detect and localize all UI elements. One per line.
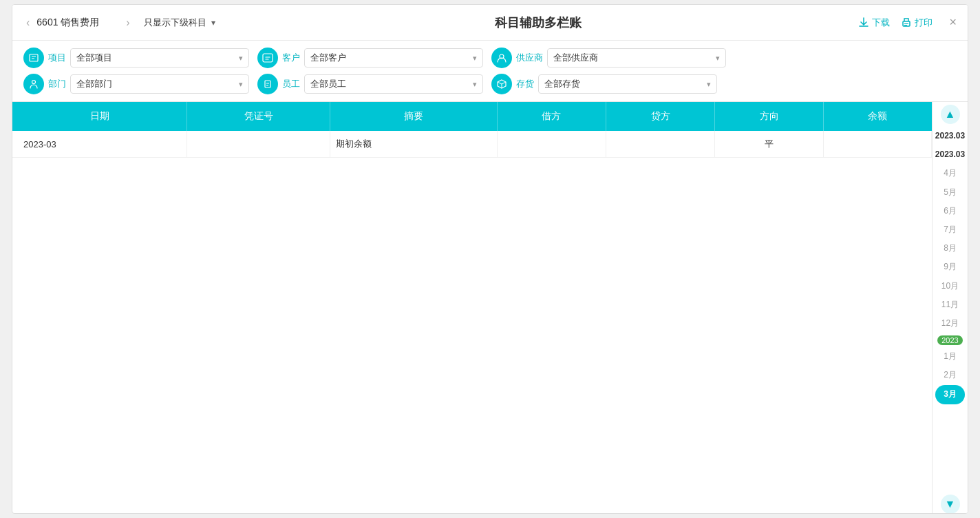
timeline-item-2023-03-top2[interactable]: 2023.03 — [933, 145, 968, 164]
year-badge-2023: 2023 — [937, 335, 962, 345]
filter-row-1: 项目 全部项目 ▾ 客户 全部客户 ▾ — [23, 48, 957, 68]
table-row: 2023-03 期初余额 平 — [12, 131, 932, 158]
main-window: ‹ 6601 销售费用 › 只显示下级科目 ▾ 科目辅助多栏账 下载 — [12, 4, 968, 514]
employee-label: 员工 — [282, 78, 300, 90]
svg-rect-6 — [263, 54, 273, 62]
dept-label: 部门 — [48, 78, 66, 90]
supplier-icon — [491, 48, 512, 68]
col-date: 日期 — [12, 102, 187, 131]
table-header-row: 日期 凭证号 摘要 借方 贷方 方向 余额 — [12, 102, 932, 131]
timeline-item-9[interactable]: 9月 — [933, 258, 968, 276]
customer-label: 客户 — [282, 52, 300, 64]
dept-arrow-icon: ▾ — [239, 80, 243, 89]
inventory-value: 全部存货 — [544, 78, 580, 90]
inventory-filter: 存货 全部存货 ▾ — [491, 74, 717, 94]
account-label: 6601 销售费用 — [36, 17, 119, 29]
print-label: 打印 — [915, 17, 933, 29]
cell-summary: 期初余额 — [330, 131, 497, 158]
dept-select[interactable]: 全部部门 ▾ — [70, 74, 249, 94]
dept-icon — [23, 74, 44, 94]
cell-date: 2023-03 — [12, 131, 187, 158]
timeline-item-2[interactable]: 2月 — [933, 366, 968, 384]
employee-select[interactable]: 全部员工 ▾ — [304, 74, 483, 94]
show-sub-accounts-dropdown[interactable]: 只显示下级科目 ▾ — [144, 17, 219, 29]
timeline-item-10[interactable]: 10月 — [933, 277, 968, 296]
print-button[interactable]: 打印 — [901, 17, 933, 29]
project-label: 项目 — [48, 52, 66, 64]
customer-select[interactable]: 全部客户 ▾ — [304, 48, 483, 68]
timeline-item-2023-03-top1[interactable]: 2023.03 — [933, 127, 968, 145]
timeline-item-12[interactable]: 12月 — [933, 314, 968, 333]
nav-prev-button[interactable]: ‹ — [23, 17, 32, 29]
inventory-arrow-icon: ▾ — [707, 80, 711, 89]
col-direction: 方向 — [715, 102, 824, 131]
svg-rect-9 — [265, 81, 270, 87]
project-filter: 项目 全部项目 ▾ — [23, 48, 249, 68]
employee-arrow-icon: ▾ — [473, 80, 477, 89]
supplier-label: 供应商 — [516, 52, 543, 64]
col-credit: 贷方 — [606, 102, 714, 131]
header-actions: 下载 打印 × — [858, 15, 957, 30]
col-summary: 摘要 — [330, 102, 497, 131]
timeline-item-8[interactable]: 8月 — [933, 239, 968, 258]
supplier-value: 全部供应商 — [553, 52, 598, 64]
cell-voucher — [187, 131, 330, 158]
timeline-item-6[interactable]: 6月 — [933, 202, 968, 220]
timeline-up-button[interactable]: ▲ — [941, 105, 960, 124]
timeline-item-1[interactable]: 1月 — [933, 347, 968, 366]
cell-balance — [824, 131, 932, 158]
customer-icon — [257, 48, 278, 68]
svg-rect-1 — [904, 23, 908, 24]
svg-rect-3 — [30, 54, 38, 61]
inventory-icon — [491, 74, 512, 94]
col-voucher: 凭证号 — [187, 102, 330, 131]
project-select[interactable]: 全部项目 ▾ — [70, 48, 249, 68]
table-content: 日期 凭证号 摘要 借方 贷方 方向 余额 2023-03 期初余额 — [12, 102, 932, 514]
ledger-table: 日期 凭证号 摘要 借方 贷方 方向 余额 2023-03 期初余额 — [12, 102, 932, 158]
svg-point-8 — [32, 81, 36, 84]
svg-rect-2 — [904, 25, 907, 25]
employee-icon — [257, 74, 278, 94]
cell-direction: 平 — [715, 131, 824, 158]
timeline-down-button[interactable]: ▼ — [941, 495, 960, 514]
nav-next-button[interactable]: › — [123, 17, 132, 29]
col-debit: 借方 — [497, 102, 606, 131]
dropdown-arrow-icon: ▾ — [211, 18, 215, 28]
cell-debit — [497, 131, 606, 158]
customer-filter: 客户 全部客户 ▾ — [257, 48, 483, 68]
page-title: 科目辅助多栏账 — [218, 14, 858, 31]
project-icon — [23, 48, 44, 68]
inventory-select[interactable]: 全部存货 ▾ — [538, 74, 717, 94]
customer-value: 全部客户 — [310, 52, 346, 64]
timeline-item-5[interactable]: 5月 — [933, 183, 968, 202]
project-arrow-icon: ▾ — [239, 54, 243, 63]
print-icon — [901, 17, 912, 28]
supplier-select[interactable]: 全部供应商 ▾ — [547, 48, 726, 68]
timeline-item-11[interactable]: 11月 — [933, 296, 968, 314]
inventory-label: 存货 — [516, 78, 534, 90]
dept-filter: 部门 全部部门 ▾ — [23, 74, 249, 94]
project-value: 全部项目 — [76, 52, 112, 64]
timeline-item-3-active[interactable]: 3月 — [935, 385, 965, 404]
timeline: ▲ 2023.03 2023.03 4月 5月 6月 7月 8月 9月 10月 … — [932, 102, 968, 514]
show-sub-label: 只显示下级科目 — [144, 17, 206, 29]
timeline-item-7[interactable]: 7月 — [933, 220, 968, 239]
download-label: 下载 — [872, 17, 890, 29]
header: ‹ 6601 销售费用 › 只显示下级科目 ▾ 科目辅助多栏账 下载 — [12, 5, 968, 41]
download-button[interactable]: 下载 — [858, 17, 890, 29]
dept-value: 全部部门 — [76, 78, 112, 90]
supplier-filter: 供应商 全部供应商 ▾ — [491, 48, 726, 68]
employee-filter: 员工 全部员工 ▾ — [257, 74, 483, 94]
customer-arrow-icon: ▾ — [473, 54, 477, 63]
employee-value: 全部员工 — [310, 78, 346, 90]
cell-credit — [606, 131, 714, 158]
download-icon — [858, 17, 869, 28]
col-balance: 余额 — [824, 102, 932, 131]
close-button[interactable]: × — [949, 15, 957, 30]
supplier-arrow-icon: ▾ — [716, 54, 720, 63]
table-wrapper: 日期 凭证号 摘要 借方 贷方 方向 余额 2023-03 期初余额 — [12, 102, 968, 514]
filter-area: 项目 全部项目 ▾ 客户 全部客户 ▾ — [12, 41, 968, 102]
timeline-item-4[interactable]: 4月 — [933, 164, 968, 183]
filter-row-2: 部门 全部部门 ▾ 员工 全部员工 ▾ — [23, 74, 957, 94]
